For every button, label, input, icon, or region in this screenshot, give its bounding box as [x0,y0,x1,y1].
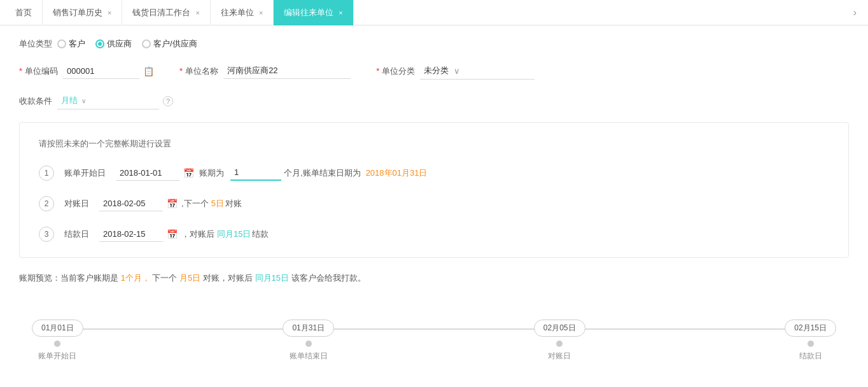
settings-title: 请按照未来的一个完整帐期进行设置 [39,138,829,150]
radio-both[interactable]: 客户/供应商 [142,38,197,50]
account-start-date-input[interactable] [116,165,179,181]
payment-suffix: 结款 [252,229,269,240]
radio-group: 客户 供应商 客户/供应商 [57,38,197,50]
setting-label-2: 对账日 [64,198,89,209]
payment-day: 同月15日 [217,229,251,240]
radio-both-circle [142,39,151,48]
radio-both-label: 客户/供应商 [153,38,197,50]
timeline-label-1: 01月01日 [32,320,83,337]
unit-code-input[interactable] [63,64,139,79]
start-date-calendar-icon[interactable]: 📅 [183,168,194,178]
reconcile-date-calendar-icon[interactable]: 📅 [167,199,178,209]
radio-customer-label: 客户 [69,38,85,50]
unit-code-icon[interactable]: 📋 [143,66,154,76]
tab-sales-order[interactable]: 销售订单历史 × [43,0,122,25]
setting-number-2: 2 [39,196,54,211]
preview-mid1: 下一个 [152,273,177,283]
timeline-dot-3 [556,341,563,347]
payment-date-input[interactable] [99,227,163,242]
setting-row-3: 3 结款日 📅 ，对账后 同月15日 结款 [39,227,829,242]
unit-classify-value: 未分类 [424,65,449,76]
tab-overflow-chevron[interactable]: › [847,7,863,18]
unit-info-row: * 单位编码 📋 * 单位名称 * 单位分类 未分类 ∨ [19,62,849,80]
payment-select[interactable]: 月结 ∨ [57,92,159,109]
preview-period: 1个月， [121,273,150,283]
unit-code-star: * [19,66,22,76]
unit-classify-select[interactable]: 未分类 ∨ [420,62,535,80]
preview-day2: 同月15日 [255,273,289,283]
setting-label-1: 账单开始日 [64,167,106,179]
radio-supplier-circle [95,39,104,48]
timeline-label-3: 02月05日 [534,320,585,337]
tab-home-label: 首页 [15,7,32,18]
setting-number-1: 1 [39,165,54,181]
period-input[interactable] [230,165,281,181]
main-content: 单位类型 客户 供应商 客户/供应商 * 单位编码 📋 * 单位名称 [0,25,868,387]
setting-number-3: 3 [39,227,54,242]
unit-code-label: 单位编码 [25,66,58,77]
unit-code-group: * 单位编码 📋 [19,64,154,79]
timeline-area: 01月01日 账单开始日 01月31日 账单结束日 02月05日 对账日 [19,300,849,387]
setting-label-3: 结款日 [64,229,89,240]
unit-classify-group: * 单位分类 未分类 ∨ [376,62,535,80]
tab-edit-partner-label: 编辑往来单位 [284,7,333,18]
reconcile-suffix: 对账 [225,198,242,209]
preview-prefix: 账期预览：当前客户账期是 [19,273,118,283]
unit-name-input[interactable] [223,64,351,79]
unit-type-row: 单位类型 客户 供应商 客户/供应商 [19,38,849,50]
payment-arrow-icon: ∨ [81,97,86,104]
unit-classify-star: * [376,66,379,76]
preview-text: 账期预览：当前客户账期是 1个月， 下一个 月5日 对账，对账后 同月15日 该… [19,271,849,285]
timeline-point-1: 01月01日 账单开始日 [32,320,83,362]
tab-cash-work-label: 钱货日清工作台 [132,7,190,18]
tab-edit-partner[interactable]: 编辑往来单位 × [274,0,353,25]
tab-cash-work[interactable]: 钱货日清工作台 × [122,0,210,25]
timeline-point-4: 02月15日 结款日 [785,320,836,362]
payment-row: 收款条件 月结 ∨ ? [19,92,849,109]
timeline-dot-1 [54,341,60,347]
radio-customer[interactable]: 客户 [57,38,85,50]
timeline-sublabel-2: 账单结束日 [290,351,328,362]
tab-home[interactable]: 首页 [5,0,43,25]
timeline-label-4: 02月15日 [785,320,836,337]
end-date-display: 2018年01月31日 [366,167,428,179]
tab-sales-order-close[interactable]: × [108,9,111,17]
timeline-sublabel-3: 对账日 [548,351,571,362]
timeline-sublabel-1: 账单开始日 [38,351,76,362]
timeline-dot-2 [305,341,312,347]
tab-partner-close[interactable]: × [259,9,263,17]
unit-name-group: * 单位名称 [179,64,351,79]
timeline-dot-4 [808,341,814,347]
timeline-sublabel-4: 结款日 [799,351,822,362]
preview-mid2: 对账，对账后 [203,273,253,283]
settings-box: 请按照未来的一个完整帐期进行设置 1 账单开始日 📅 账期为 个月,账单结束日期… [19,122,849,258]
period-prefix: 账期为 [199,167,224,179]
radio-supplier[interactable]: 供应商 [95,38,132,50]
preview-day1: 月5日 [179,273,200,283]
unit-name-star: * [179,66,183,76]
setting-row-1: 1 账单开始日 📅 账期为 个月,账单结束日期为 2018年01月31日 [39,165,829,181]
payment-help-icon[interactable]: ? [163,96,173,106]
timeline-points: 01月01日 账单开始日 01月31日 账单结束日 02月05日 对账日 [32,320,836,362]
reconcile-date-input[interactable] [99,196,163,211]
unit-type-label: 单位类型 [19,38,52,50]
reconcile-day: 5日 [211,198,224,209]
tab-cash-work-close[interactable]: × [195,9,199,17]
unit-name-label: 单位名称 [185,66,218,77]
timeline-label-2: 01月31日 [283,320,334,337]
period-month-suffix: 个月,账单结束日期为 [284,167,361,179]
classify-arrow-icon: ∨ [454,66,460,76]
reconcile-prefix: ,下一个 [181,198,209,209]
preview-suffix: 该客户会给我打款。 [291,273,366,283]
payment-prefix: ，对账后 [181,229,214,240]
unit-classify-label: 单位分类 [382,66,415,77]
radio-customer-circle [57,39,66,48]
payment-date-calendar-icon[interactable]: 📅 [167,229,178,239]
payment-label: 收款条件 [19,95,52,107]
radio-supplier-label: 供应商 [107,38,132,50]
tab-edit-partner-close[interactable]: × [339,9,342,17]
setting-row-2: 2 对账日 📅 ,下一个 5日 对账 [39,196,829,211]
tab-partner[interactable]: 往来单位 × [211,0,274,25]
payment-value: 月结 [61,95,78,106]
tab-bar: 首页 销售订单历史 × 钱货日清工作台 × 往来单位 × 编辑往来单位 × › [0,0,868,25]
